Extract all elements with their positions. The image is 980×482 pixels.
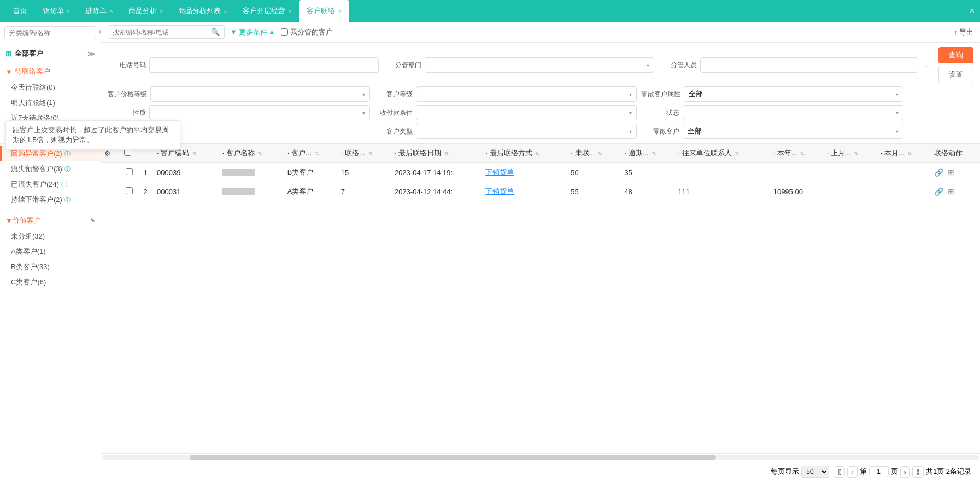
last-contact-method-link-2[interactable]: 下销货单 [485, 187, 514, 195]
page-number-input[interactable] [869, 466, 889, 477]
my-customer-checkbox[interactable] [281, 28, 288, 36]
sidebar-item-churn-warning[interactable]: 流失预警客户(3) ⓘ [0, 161, 101, 177]
sidebar-item-tomorrow-pending[interactable]: 明天待联络(1) [0, 95, 101, 111]
page-first-btn[interactable]: ⟪ [834, 466, 845, 478]
td-category-2: A类客户 [284, 182, 338, 201]
close-customer-layer-icon[interactable]: × [288, 8, 291, 14]
info-icon-churned[interactable]: ⓘ [61, 181, 67, 189]
td-overdue-1: 35 [621, 163, 674, 182]
customer-type-select[interactable]: ▾ [416, 124, 637, 139]
chevron-down-icon-2: ▼ [5, 217, 13, 225]
row1-checkbox[interactable] [126, 168, 133, 175]
close-purchase-icon[interactable]: × [109, 8, 113, 14]
sidebar-collapse-icon[interactable]: ≫ [87, 50, 95, 58]
info-icon-abnormal[interactable]: ⓘ [64, 150, 71, 158]
page-next-btn[interactable]: › [900, 466, 910, 478]
th-contact-count[interactable]: · 联络... ⇅ [338, 144, 391, 163]
info-icon-declining[interactable]: ⓘ [64, 196, 71, 204]
settings-button[interactable]: 设置 [938, 66, 973, 83]
sidebar-item-unclassified[interactable]: 未分组(32) [0, 229, 101, 244]
sidebar: 🔍 ⊞ 全部客户 ≫ ▼ 待联络客户 今天待联络(0) 明天待联络(1) 近7天… [0, 22, 101, 482]
th-last-contact-date[interactable]: · 最后联络日期 ⇅ [391, 144, 482, 163]
retail-customer-arrow-icon: ▾ [896, 129, 899, 135]
page-last-btn[interactable]: ⟫ [912, 466, 924, 478]
td-last-contact-method-2[interactable]: 下销货单 [482, 182, 567, 201]
more-conditions-btn[interactable]: ▼ 更多条件 ▲ [230, 27, 275, 37]
close-analysis-list-icon[interactable]: × [224, 8, 227, 14]
retail-customer-select[interactable]: 全部 ▾ [683, 124, 903, 139]
info-icon-churn[interactable]: ⓘ [64, 165, 71, 173]
grid-icon-2[interactable]: ⊞ [948, 187, 954, 196]
dept-arrow-icon: ▾ [647, 62, 649, 68]
td-current-month-1 [877, 163, 931, 182]
nav-customer-layer[interactable]: 客户分层经营 × [235, 0, 299, 22]
nav-purchase[interactable]: 进货单 × [78, 0, 120, 22]
th-last-contact-method[interactable]: · 最后联络方式 ⇅ [482, 144, 567, 163]
query-button[interactable]: 查询 [938, 47, 973, 63]
row2-checkbox[interactable] [126, 187, 133, 194]
sidebar-group-value-customer[interactable]: ▼ 价值客户 ✎ [0, 212, 101, 229]
customer-search-input[interactable] [113, 28, 211, 36]
price-level-select[interactable]: ▾ [150, 86, 370, 102]
close-sales-icon[interactable]: × [67, 8, 70, 14]
td-last-contact-method-1[interactable]: 下销货单 [482, 163, 567, 182]
customer-search-icon[interactable]: 🔍 [211, 28, 220, 36]
filter-row-1: 电话号码 分管部门 ▾ 分管人员 ··· 查询 设置 [108, 47, 973, 83]
sidebar-item-churned[interactable]: 已流失客户(24) ⓘ [0, 177, 101, 192]
sort-category-icon: ⇅ [315, 150, 319, 156]
close-customer-contact-icon[interactable]: × [338, 8, 341, 14]
nav-analysis-list[interactable]: 商品分析列表 × [171, 0, 234, 22]
close-analysis-icon[interactable]: × [160, 8, 163, 14]
horizontal-scrollbar[interactable] [101, 453, 980, 461]
person-input[interactable] [700, 57, 918, 73]
td-checkbox-1[interactable] [121, 163, 137, 182]
my-customer-filter[interactable]: 我分管的客户 [281, 27, 333, 37]
sidebar-search-input[interactable] [4, 26, 96, 39]
sidebar-item-declining[interactable]: 持续下滑客户(2) ⓘ [0, 192, 101, 207]
link-icon-2[interactable]: 🔗 [934, 187, 943, 196]
sidebar-item-class-a[interactable]: A类客户(1) [0, 244, 101, 259]
sidebar-item-today-pending[interactable]: 今天待联络(0) [0, 80, 101, 95]
per-page-select[interactable]: 50 100 200 [801, 466, 829, 478]
th-current-year[interactable]: · 本年... ⇅ [770, 144, 824, 163]
edit-icon-value-customer[interactable]: ✎ [90, 217, 95, 224]
scroll-track[interactable] [102, 455, 979, 460]
phone-input[interactable] [149, 57, 379, 73]
sort-contact-person-icon: ⇅ [735, 150, 739, 156]
nav-home[interactable]: 首页 [5, 0, 35, 22]
table-settings-icon[interactable]: ⚙ [104, 149, 111, 158]
sidebar-item-class-b[interactable]: B类客户(33) [0, 259, 101, 275]
th-last-month[interactable]: · 上月... ⇅ [824, 144, 877, 163]
link-icon-1[interactable]: 🔗 [934, 168, 943, 177]
close-all-tabs-icon[interactable]: × [970, 6, 975, 16]
th-name[interactable]: · 客户名称 ⇅ [219, 144, 284, 163]
th-no-contact[interactable]: · 未联... ⇅ [567, 144, 621, 163]
export-btn[interactable]: ↑ 导出 [954, 27, 974, 37]
th-current-month[interactable]: · 本月... ⇅ [877, 144, 931, 163]
payment-select[interactable]: ▾ [416, 105, 637, 120]
td-contact-person-2: 111 [674, 182, 770, 201]
per-page-label: 每页显示 [771, 467, 799, 477]
retail-attr-select[interactable]: 全部 ▾ [684, 86, 903, 102]
scroll-thumb[interactable] [190, 455, 715, 460]
page-prev-btn[interactable]: ‹ [847, 466, 857, 478]
td-code-2: 000031 [154, 182, 219, 201]
th-overdue[interactable]: · 逾期... ⇅ [621, 144, 674, 163]
person-dots-icon[interactable]: ··· [924, 61, 930, 69]
nav-customer-contact[interactable]: 客户联络 × [299, 0, 349, 22]
dept-select[interactable]: ▾ [425, 57, 654, 73]
th-category[interactable]: · 客户... ⇅ [284, 144, 338, 163]
th-contact-person[interactable]: · 往来单位联系人 ⇅ [674, 144, 770, 163]
sort-last-month-icon: ⇅ [854, 150, 858, 156]
nav-analysis[interactable]: 商品分析 × [121, 0, 171, 22]
gender-select[interactable]: ▾ [149, 105, 370, 120]
nav-sales[interactable]: 销货单 × [35, 0, 78, 22]
grid-icon-1[interactable]: ⊞ [948, 168, 954, 177]
customer-level-select[interactable]: ▾ [416, 86, 637, 102]
sidebar-group-pending-contact[interactable]: ▼ 待联络客户 [0, 63, 101, 80]
filter-cell-payment: 收付款条件 ▾ [374, 105, 637, 120]
sidebar-item-class-c[interactable]: C类客户(6) [0, 275, 101, 290]
status-select[interactable]: ▾ [683, 105, 903, 120]
td-checkbox-2[interactable] [121, 182, 137, 201]
last-contact-method-link-1[interactable]: 下销货单 [485, 168, 514, 176]
